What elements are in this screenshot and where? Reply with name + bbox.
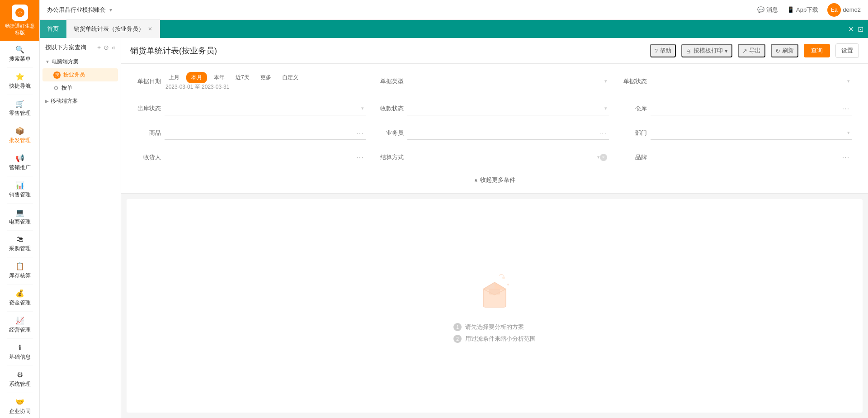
refresh-btn[interactable]: ↻ 刷新 [771,44,798,57]
receiver-dots: ··· [356,154,364,161]
sidebar-item-label-marketing: 营销推广 [9,164,31,171]
staff-control[interactable]: ··· [407,126,609,140]
doc-status-control[interactable]: ▾ [651,75,852,88]
sidebar-item-label-retail: 零售管理 [9,109,31,117]
date-btn-more[interactable]: 更多 [256,72,275,83]
sidebar-item-label-basic: 基础信息 [9,353,31,361]
sidebar-item-wholesale[interactable]: 📦批发管理 [7,122,33,149]
sidebar-item-search[interactable]: 🔍搜索菜单 [7,41,33,68]
query-btn[interactable]: 查询 [804,44,830,57]
date-btn-last7[interactable]: 近7天 [231,72,254,83]
settings-btn[interactable]: 设置 [835,43,859,58]
empty-state: 1 请先选择要分析的方案 2 用过滤条件来缩小分析范围 [127,199,863,413]
filter-cell-settlement: 结算方式 × ▾ [373,148,616,167]
user-info[interactable]: Ea demo2 [827,3,861,17]
date-btn-this-month[interactable]: 本月 [186,72,207,83]
help-btn[interactable]: ? 帮助 [650,44,676,57]
date-btn-prev-month[interactable]: 上月 [165,72,184,83]
settlement-clear-btn[interactable]: × [600,154,607,161]
sidebar-item-label-sales: 销售管理 [9,191,31,199]
sidebar-item-system[interactable]: ⚙系统管理 [7,366,33,393]
collapse-label: 收起更多条件 [480,176,515,184]
export-btn[interactable]: ↗ 导出 [738,44,765,57]
tab-expand-btn[interactable]: ⊡ [858,25,863,33]
out-status-label: 出库状态 [137,104,161,113]
panel-collapse-btn[interactable]: « [112,44,115,51]
settlement-arrow: ▾ [597,154,600,160]
doc-type-label: 单据类型 [380,77,404,86]
desktop-plan-group-title[interactable]: ▼ 电脑端方案 [42,55,118,68]
sidebar-item-finance[interactable]: 💰资金管理 [7,285,33,312]
logo-icon [12,5,28,21]
print-btn[interactable]: 🖨 按模板打印 ▾ [681,44,732,57]
main-area: 办公用品行业模拟账套 ▾ 💬 消息 📱 App下载 Ea demo2 首页 [40,0,868,418]
retail-icon: 🛒 [15,100,24,108]
product-control[interactable]: ··· [165,126,366,140]
staff-dots: ··· [599,129,607,136]
tab-close-window-btn[interactable]: ✕ [848,25,854,33]
order-plan-icon: ⚙ [53,85,59,91]
date-btn-this-year[interactable]: 本年 [210,72,229,83]
sidebar-item-label-enterprise: 企业协同 [9,408,31,415]
tab-close-btn[interactable]: ✕ [148,26,152,32]
inventory-icon: 📋 [15,262,24,271]
out-status-control[interactable]: ▾ [165,102,366,115]
sidebar-item-enterprise[interactable]: 🤝企业协同 [7,393,33,418]
plan-item-by-staff[interactable]: 按 按业务员 [42,68,118,81]
panel-header-actions: + ⊙ « [97,44,115,51]
tab-sales-stat[interactable]: 销货单统计表（按业务员） ✕ [66,20,160,38]
filter-cell-date: 单据日期 上月 本月 本年 近7天 更多 自定义 2023-03-01 至 20… [130,69,373,94]
out-status-arrow: ▾ [361,105,364,111]
product-label: 商品 [137,129,161,137]
sidebar-item-label-system: 系统管理 [9,380,31,388]
app-download-label: App下载 [796,6,818,14]
panel-settings-btn[interactable]: ⊙ [104,44,109,51]
doc-type-control[interactable]: ▾ [407,75,609,88]
dept-control[interactable]: ▾ [651,126,852,140]
sidebar-item-basic[interactable]: ℹ基础信息 [7,339,33,366]
desktop-plan-group: ▼ 电脑端方案 按 按业务员 ⚙ 按单 [40,55,121,95]
sidebar-item-purchase[interactable]: 🛍采购管理 [7,231,33,257]
tab-home[interactable]: 首页 [40,20,66,38]
payment-status-control[interactable]: ▾ [407,102,609,115]
topbar-dropdown-arrow[interactable]: ▾ [109,7,112,13]
sidebar-item-marketing[interactable]: 📢营销推广 [7,149,33,176]
operations-icon: 📈 [15,316,24,325]
app-logo[interactable]: 畅捷通好生意 标版 [0,0,39,41]
sidebar-item-retail[interactable]: 🛒零售管理 [7,95,33,122]
date-btn-custom[interactable]: 自定义 [278,72,302,83]
mobile-plan-group-title[interactable]: ▶ 移动端方案 [42,95,118,108]
warehouse-dots: ··· [842,105,850,112]
dept-label: 部门 [623,129,647,137]
app-download-btn[interactable]: 📱 App下载 [787,6,818,14]
collapse-conditions-btn[interactable]: ∧ 收起更多条件 [130,172,859,188]
message-label: 消息 [766,6,778,14]
purchase-icon: 🛍 [16,235,24,243]
topbar: 办公用品行业模拟账套 ▾ 💬 消息 📱 App下载 Ea demo2 [40,0,868,20]
payment-status-arrow: ▾ [604,105,607,111]
filter-row-2: 出库状态 ▾ 收款状态 ▾ 仓库 ··· [130,99,859,118]
sidebar-item-sales[interactable]: 📊销售管理 [7,176,33,204]
sidebar-item-label-finance: 资金管理 [9,299,31,307]
message-btn[interactable]: 💬 消息 [757,6,778,14]
sidebar-item-label-ecommerce: 电商管理 [9,218,31,226]
filter-cell-brand: 品牌 ··· [616,148,859,167]
panel-add-btn[interactable]: + [97,44,101,51]
brand-control[interactable]: ··· [651,151,852,164]
sidebar-item-operations[interactable]: 📈经营管理 [7,312,33,339]
staff-plan-label: 按业务员 [63,71,85,79]
filter-area: 单据日期 上月 本月 本年 近7天 更多 自定义 2023-03-01 至 20… [121,64,868,194]
left-panel: 按以下方案查询 + ⊙ « ▼ 电脑端方案 按 按业务员 ⚙ 按 [40,38,121,418]
sidebar-item-shortcut[interactable]: ⭐快捷导航 [7,68,33,95]
sidebar-item-ecommerce[interactable]: 💻电商管理 [7,204,33,231]
dept-arrow: ▾ [847,130,850,136]
settlement-label: 结算方式 [380,153,404,162]
receiver-input[interactable] [167,154,363,161]
sidebar-item-label-search: 搜索菜单 [9,55,31,63]
plan-item-by-order[interactable]: ⚙ 按单 [42,81,118,95]
settlement-control[interactable]: × ▾ [407,151,609,164]
sidebar-item-inventory[interactable]: 📋库存核算 [7,257,33,285]
order-plan-label: 按单 [61,84,72,92]
receiver-control[interactable]: ··· [165,151,366,164]
warehouse-control[interactable]: ··· [651,102,852,115]
